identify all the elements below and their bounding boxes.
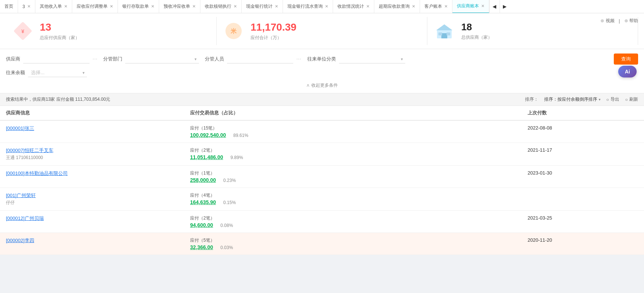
refresh-button[interactable]: ○ 刷新	[625, 96, 638, 103]
close-icon[interactable]: ✕	[110, 4, 113, 9]
svg-rect-7	[438, 32, 442, 35]
nav-tab-adjust-label: 应收应付调整单	[77, 3, 108, 10]
close-icon[interactable]: ✕	[27, 4, 31, 9]
svg-text:米: 米	[230, 28, 237, 34]
nav-tab-collection[interactable]: 收款核销执行 ✕	[200, 0, 242, 13]
tx-label-4: 应付（2笔）	[190, 215, 528, 221]
nav-tab-customer[interactable]: 客户账本 ✕	[420, 0, 452, 13]
close-icon[interactable]: ✕	[366, 4, 370, 9]
supplier-input[interactable]	[23, 55, 90, 63]
nav-tab-collection-label: 收款核销执行	[205, 3, 231, 10]
category-select-wrap: ▾	[339, 55, 405, 63]
close-icon[interactable]: ✕	[64, 4, 67, 9]
nav-tab-supplier[interactable]: 供应商账本 ✕	[452, 0, 489, 13]
sort-value[interactable]: 排序：按应付余额倒序排序 ▾	[544, 96, 600, 103]
close-icon[interactable]: ✕	[234, 4, 237, 9]
filter-dept: 分管部门 ▾	[103, 55, 199, 63]
svg-marker-5	[436, 24, 452, 30]
tx-row-4: 94,600.00 0.08%	[190, 221, 528, 228]
nav-right-arrow[interactable]: ▶	[500, 0, 510, 13]
table-header: 供应商信息 应付交易信息（占比） 上次付数	[0, 106, 644, 121]
balance-input[interactable]	[28, 68, 87, 77]
table-row: [000012]广州贝瑞 应付（2笔） 94,600.00 0.08% 2021…	[0, 211, 644, 233]
tx-row-2: 258,000.00 0.23%	[190, 176, 528, 183]
supplier-link-0[interactable]: [000001]张三	[6, 125, 34, 131]
supplier-link-1[interactable]: [000007]恒旺二手叉车	[6, 148, 53, 153]
tx-amount-3[interactable]: 164,635.90	[190, 199, 216, 205]
tx-amount-4[interactable]: 94,600.00	[190, 222, 213, 228]
supplier-filter-label: 供应商	[6, 56, 20, 62]
supplier-link-4[interactable]: [000012]广州贝瑞	[6, 216, 44, 221]
person-input[interactable]	[227, 55, 293, 63]
nav-tab-bank[interactable]: 银行存取款单 ✕	[118, 0, 159, 13]
store-icon	[433, 20, 455, 42]
nav-tab-cash-stat[interactable]: 现金银行统计 ✕	[242, 0, 283, 13]
video-link[interactable]: ⊙ 视频	[601, 18, 614, 24]
nav-tab-overdue[interactable]: 超期应收款查询 ✕	[374, 0, 420, 13]
tx-amount-2[interactable]: 258,000.00	[190, 177, 216, 183]
nav-tab-receipt-stat[interactable]: 收款情况统计 ✕	[333, 0, 374, 13]
category-input[interactable]	[339, 55, 405, 63]
person-filter-label: 分管人员	[205, 56, 224, 62]
tx-info-3: 应付（4笔） 164,635.90 0.15%	[190, 192, 528, 205]
nav-tab-prepay[interactable]: 预收冲应收单 ✕	[159, 0, 200, 13]
close-icon[interactable]: ✕	[481, 4, 484, 8]
tx-row-1: 11,051,486.00 9.89%	[190, 154, 528, 160]
tx-percent-5: 0.03%	[220, 245, 233, 250]
nav-left-arrow[interactable]: ◀	[489, 0, 500, 13]
close-icon[interactable]: ✕	[325, 4, 328, 9]
table-row: [000007]恒旺二手叉车 王通 17106110000 应付（2笔） 11,…	[0, 143, 644, 166]
query-button[interactable]: 查询	[614, 54, 638, 65]
supplier-dots-icon[interactable]: ···	[92, 56, 97, 62]
nav-tab-adjust[interactable]: 应收应付调整单 ✕	[72, 0, 118, 13]
tx-info-4: 应付（2笔） 94,600.00 0.08%	[190, 215, 528, 228]
svg-rect-8	[447, 32, 450, 35]
dept-input[interactable]	[125, 55, 199, 63]
export-button[interactable]: ○ 导出	[606, 96, 619, 103]
supplier-info-0: [000001]张三	[6, 125, 190, 132]
ai-button[interactable]: Ai	[618, 66, 637, 77]
close-icon[interactable]: ✕	[275, 4, 278, 9]
tx-percent-2: 0.23%	[223, 178, 236, 183]
person-dots-icon[interactable]: ···	[296, 56, 301, 62]
tx-percent-1: 9.89%	[231, 155, 243, 160]
nav-tab-home[interactable]: 首页	[0, 0, 18, 13]
nav-tab-other-income[interactable]: 其他收入单 ✕	[35, 0, 72, 13]
nav-tab-cash-flow-label: 现金银行流水查询	[287, 3, 323, 10]
diamond-icon: ¥	[12, 20, 34, 42]
col-header-lastpay: 上次付数	[528, 110, 638, 116]
header-stats: ¥ 13 总应付供应商（家） 米 11,170.39 应付合计（万）	[0, 13, 644, 49]
supplier-link-5[interactable]: [000002]李四	[6, 238, 34, 243]
collapse-bar[interactable]: ∧ 收起更多条件	[6, 81, 638, 90]
collapse-text: ∧ 收起更多条件	[306, 83, 337, 88]
supplier-info-2: [000100]本特勤油品有限公司	[6, 170, 190, 177]
main-table: 供应商信息 应付交易信息（占比） 上次付数 [000001]张三 应付（15笔）…	[0, 106, 644, 255]
nav-tab-overdue-label: 超期应收款查询	[379, 3, 410, 10]
tx-amount-1[interactable]: 11,051,486.00	[190, 154, 223, 160]
last-pay-1: 2021-11-17	[528, 147, 638, 153]
nav-tab-bank-label: 银行存取款单	[122, 3, 149, 10]
supplier-link-3[interactable]: [001]广州荣轩	[6, 193, 36, 198]
nav-tab-prepay-label: 预收冲应收单	[164, 3, 190, 10]
close-icon[interactable]: ✕	[151, 4, 154, 9]
tx-percent-3: 0.15%	[223, 200, 236, 205]
supplier-link-2[interactable]: [000100]本特勤油品有限公司	[6, 170, 68, 176]
close-icon[interactable]: ✕	[444, 4, 448, 9]
nav-tab-cash-flow[interactable]: 现金银行流水查询 ✕	[283, 0, 333, 13]
tx-amount-5[interactable]: 32,366.00	[190, 244, 213, 250]
col-header-supplier: 供应商信息	[6, 110, 190, 116]
sort-chevron-icon: ▾	[599, 97, 601, 101]
result-summary: 搜索结果中，供应商13家 应付金额 111,703,854.00元	[6, 96, 110, 103]
tx-amount-0[interactable]: 100,092,540.00	[190, 132, 226, 138]
help-link[interactable]: ⊙ 帮助	[624, 18, 638, 24]
stat-payable-suppliers-number: 13	[40, 21, 80, 34]
table-row: [000100]本特勤油品有限公司 应付（1笔） 258,000.00 0.23…	[0, 166, 644, 188]
supplier-info-5: [000002]李四	[6, 237, 190, 244]
tx-label-2: 应付（1笔）	[190, 170, 528, 176]
col-header-tx: 应付交易信息（占比）	[190, 110, 528, 116]
close-icon[interactable]: ✕	[192, 4, 196, 9]
top-nav: 首页 3 ✕ 其他收入单 ✕ 应收应付调整单 ✕ 银行存取款单 ✕ 预收冲应收单…	[0, 0, 644, 13]
nav-tab-3[interactable]: 3 ✕	[18, 0, 35, 13]
stat-card-payable-suppliers: ¥ 13 总应付供应商（家）	[6, 17, 217, 45]
close-icon[interactable]: ✕	[412, 4, 415, 9]
